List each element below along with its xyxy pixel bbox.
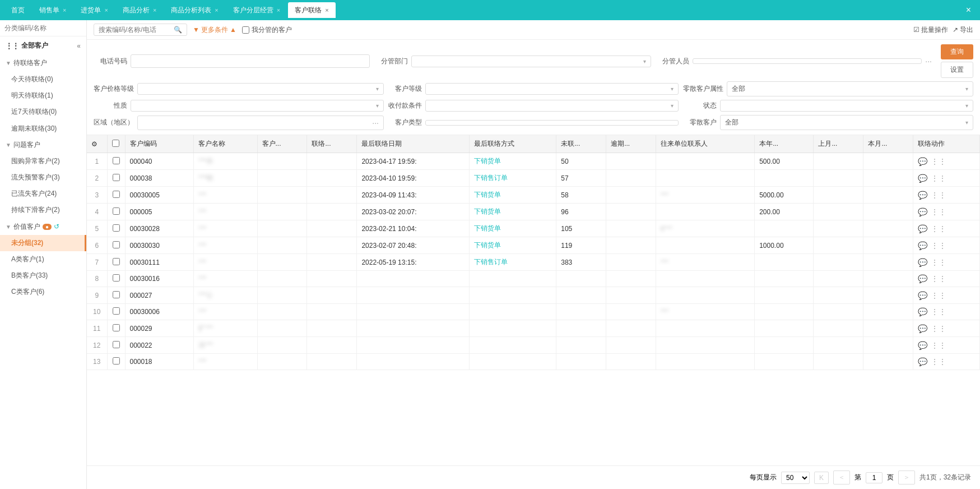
nav-tab-purchase[interactable]: 进货单 × bbox=[74, 2, 114, 18]
contact-type-link[interactable]: 下销货单 bbox=[474, 224, 501, 232]
filter-my-customers-checkbox[interactable] bbox=[242, 26, 249, 34]
action-more-icon[interactable]: ⋮⋮ bbox=[931, 307, 946, 316]
reset-button[interactable]: 设置 bbox=[941, 62, 973, 78]
last-contact-date-col-header[interactable]: 最后联络日期 bbox=[357, 135, 470, 153]
sidebar-item-churned[interactable]: 已流失客户(24) bbox=[0, 186, 86, 202]
sidebar-search-input[interactable] bbox=[4, 24, 87, 32]
status-select[interactable]: ▾ bbox=[720, 100, 973, 112]
sidebar-item-declining[interactable]: 持续下滑客户(2) bbox=[0, 202, 86, 218]
action-contact-icon[interactable]: 💬 bbox=[918, 357, 927, 366]
overdue-col-header[interactable]: 逾期... bbox=[606, 135, 656, 153]
row-select-checkbox[interactable] bbox=[113, 258, 120, 265]
nav-tab-customer-contact[interactable]: 客户联络 × bbox=[288, 2, 335, 18]
sidebar-item-churn-warning[interactable]: 流失预警客户(3) bbox=[0, 169, 86, 186]
row-name[interactable]: *** bbox=[194, 254, 257, 271]
row-select-checkbox[interactable] bbox=[113, 357, 120, 365]
nav-tab-customer-seg[interactable]: 客户分层经营 × bbox=[226, 2, 287, 18]
row-name[interactable]: *** bbox=[194, 271, 257, 287]
sidebar-item-today-pending[interactable]: 今天待联络(0) bbox=[0, 71, 86, 87]
action-contact-icon[interactable]: 💬 bbox=[918, 191, 927, 200]
last-contact-type-col-header[interactable]: 最后联络方式 bbox=[470, 135, 556, 153]
action-more-icon[interactable]: ⋮⋮ bbox=[931, 241, 946, 250]
sidebar-item-class-c[interactable]: C类客户(6) bbox=[0, 284, 86, 300]
row-select-checkbox[interactable] bbox=[113, 157, 120, 164]
export-button[interactable]: ↗ 导出 bbox=[953, 25, 973, 35]
last-month-col-header[interactable]: 上月... bbox=[814, 135, 863, 153]
not-contact-col-header[interactable]: 未联... bbox=[556, 135, 606, 153]
next-page-button[interactable]: ＞ bbox=[898, 470, 915, 485]
sidebar-group-pending-contact[interactable]: ▼ 待联络客户 bbox=[0, 55, 86, 71]
this-month-col-header[interactable]: 本月... bbox=[863, 135, 913, 153]
action-more-icon[interactable]: ⋮⋮ bbox=[931, 157, 946, 166]
row-select-checkbox[interactable] bbox=[113, 307, 120, 315]
action-contact-icon[interactable]: 💬 bbox=[918, 291, 927, 300]
customer-type-select[interactable] bbox=[425, 120, 679, 126]
contact-type-link[interactable]: 下销货单 bbox=[474, 241, 501, 249]
sidebar-item-7days-pending[interactable]: 近7天待联络(0) bbox=[0, 104, 86, 120]
dept-select[interactable]: ▾ bbox=[411, 56, 651, 67]
row-name[interactable]: 扩*** bbox=[194, 320, 257, 337]
name-col-header[interactable]: 客户名称 bbox=[194, 135, 257, 153]
payment-select[interactable]: ▾ bbox=[425, 100, 679, 112]
action-contact-icon[interactable]: 💬 bbox=[918, 224, 927, 233]
action-more-icon[interactable]: ⋮⋮ bbox=[931, 357, 946, 366]
action-contact-icon[interactable]: 💬 bbox=[918, 241, 927, 250]
row-name[interactable]: *** bbox=[194, 354, 257, 370]
action-contact-icon[interactable]: 💬 bbox=[918, 274, 927, 283]
sidebar-item-ungrouped[interactable]: 未分组(32) bbox=[0, 235, 86, 251]
first-page-button[interactable]: K bbox=[814, 472, 829, 484]
action-more-icon[interactable]: ⋮⋮ bbox=[931, 258, 946, 267]
action-more-icon[interactable]: ⋮⋮ bbox=[931, 341, 946, 350]
action-more-icon[interactable]: ⋮⋮ bbox=[931, 174, 946, 183]
row-name[interactable]: ***公 bbox=[194, 287, 257, 304]
nav-tab-sales-close[interactable]: × bbox=[63, 7, 66, 13]
prev-page-button[interactable]: ＜ bbox=[833, 470, 850, 485]
contact-type-link[interactable]: 下销售订单 bbox=[474, 258, 508, 266]
action-more-icon[interactable]: ⋮⋮ bbox=[931, 324, 946, 333]
nav-tab-analysis-list-close[interactable]: × bbox=[215, 7, 218, 13]
nav-tab-analysis-list[interactable]: 商品分析列表 × bbox=[164, 2, 225, 18]
row-select-checkbox[interactable] bbox=[113, 191, 120, 198]
sidebar-item-class-b[interactable]: B类客户(33) bbox=[0, 267, 86, 284]
nav-tab-customer-contact-close[interactable]: × bbox=[325, 7, 328, 13]
select-all-checkbox[interactable] bbox=[112, 140, 119, 147]
row-name[interactable]: *** bbox=[194, 237, 257, 254]
action-more-icon[interactable]: ⋮⋮ bbox=[931, 274, 946, 283]
retail-attr-select[interactable]: 全部 ▾ bbox=[727, 81, 973, 96]
row-name[interactable]: *** bbox=[194, 187, 257, 204]
phone-input[interactable] bbox=[131, 54, 370, 68]
row-select-checkbox[interactable] bbox=[113, 274, 120, 282]
row-select-checkbox[interactable] bbox=[113, 207, 120, 215]
row-name[interactable]: *** bbox=[194, 204, 257, 220]
settings-col-header[interactable]: ⚙ bbox=[87, 135, 107, 153]
action-more-icon[interactable]: ⋮⋮ bbox=[931, 291, 946, 300]
code-col-header[interactable]: 客户编码 bbox=[125, 135, 194, 153]
contact-col-header[interactable]: 联络... bbox=[307, 135, 357, 153]
sidebar-item-class-a[interactable]: A类客户(1) bbox=[0, 251, 86, 267]
action-contact-icon[interactable]: 💬 bbox=[918, 207, 927, 216]
table-settings-icon[interactable]: ⚙ bbox=[91, 140, 97, 148]
customer-level-select[interactable]: ▾ bbox=[425, 83, 679, 95]
nature-select[interactable]: ▾ bbox=[131, 100, 384, 112]
sidebar-item-overdue-pending[interactable]: 逾期未联络(30) bbox=[0, 121, 86, 137]
nav-tab-sales[interactable]: 销售单 × bbox=[32, 2, 73, 18]
action-contact-icon[interactable]: 💬 bbox=[918, 324, 927, 333]
action-more-icon[interactable]: ⋮⋮ bbox=[931, 224, 946, 233]
sidebar-group-problem-customers[interactable]: ▼ 问题客户 bbox=[0, 137, 86, 153]
nav-tab-customer-seg-close[interactable]: × bbox=[277, 7, 280, 13]
action-contact-icon[interactable]: 💬 bbox=[918, 307, 927, 316]
filter-search-icon[interactable]: 🔍 bbox=[174, 26, 182, 34]
row-select-checkbox[interactable] bbox=[113, 291, 120, 298]
action-more-icon[interactable]: ⋮⋮ bbox=[931, 207, 946, 216]
action-contact-icon[interactable]: 💬 bbox=[918, 157, 927, 166]
region-select[interactable]: ··· bbox=[137, 116, 384, 130]
row-select-checkbox[interactable] bbox=[113, 324, 120, 331]
nav-tab-analysis-close[interactable]: × bbox=[153, 7, 156, 13]
row-select-checkbox[interactable] bbox=[113, 241, 120, 248]
row-name[interactable]: ***供 bbox=[194, 153, 257, 170]
contact-type-link[interactable]: 下销货单 bbox=[474, 207, 501, 215]
value-customers-refresh-icon[interactable]: ↺ bbox=[54, 223, 59, 230]
row-select-checkbox[interactable] bbox=[113, 174, 120, 181]
filter-more-conditions[interactable]: ▼ 更多条件 ▲ bbox=[193, 25, 236, 35]
retail-customer-select[interactable]: 全部 ▾ bbox=[720, 115, 973, 130]
